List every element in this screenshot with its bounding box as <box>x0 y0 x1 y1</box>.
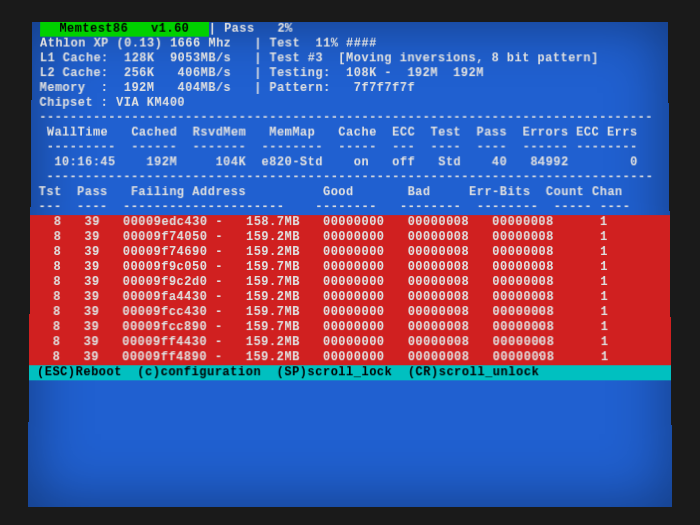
pattern-info: | Pattern: 7f7f7f7f <box>254 81 415 95</box>
error-row: 8 39 00009f9c2d0 - 159.7MB 00000000 0000… <box>30 275 671 290</box>
separator: ----------------------------------------… <box>31 170 670 185</box>
test-desc: | Test #3 [Moving inversions, 8 bit patt… <box>254 51 599 65</box>
footer-commands[interactable]: (ESC)Reboot (c)configuration (SP)scroll_… <box>29 365 671 380</box>
l2-cache: L2 Cache: 256K 406MB/s <box>40 66 232 80</box>
l2-row: L2 Cache: 256K 406MB/s | Testing: 108K -… <box>32 66 669 81</box>
error-header: Tst Pass Failing Address Good Bad Err-Bi… <box>31 185 670 200</box>
stats-values: 10:16:45 192M 104K e820-Std on off Std 4… <box>31 155 669 170</box>
memtest-screen: Memtest86 v1.60 | Pass 2% Athlon XP (0.1… <box>28 22 673 507</box>
l1-row: L1 Cache: 128K 9053MB/s | Test #3 [Movin… <box>32 51 668 66</box>
error-row: 8 39 00009fa4430 - 159.2MB 00000000 0000… <box>30 290 671 305</box>
error-row: 8 39 00009f9c050 - 159.7MB 00000000 0000… <box>30 260 670 275</box>
chipset-info: Chipset : VIA KM400 <box>39 96 185 110</box>
memory-info: Memory : 192M 404MB/s <box>40 81 232 95</box>
error-row: 8 39 00009f74050 - 159.2MB 00000000 0000… <box>30 230 670 245</box>
testing-range: | Testing: 108K - 192M 192M <box>254 66 484 80</box>
separator: ----------------------------------------… <box>31 111 668 126</box>
error-list: 8 39 00009edc430 - 158.7MB 00000000 0000… <box>29 215 671 365</box>
test-progress: | Test 11% #### <box>254 37 376 51</box>
mem-row: Memory : 192M 404MB/s | Pattern: 7f7f7f7… <box>32 81 669 96</box>
cpu-info: Athlon XP (0.13) 1666 Mhz <box>40 37 231 51</box>
error-row: 8 39 00009f74690 - 159.2MB 00000000 0000… <box>30 245 670 260</box>
l1-cache: L1 Cache: 128K 9053MB/s <box>40 51 231 65</box>
cpu-row: Athlon XP (0.13) 1666 Mhz | Test 11% ###… <box>32 37 668 52</box>
pass-progress: | Pass 2% <box>209 22 293 36</box>
error-row: 8 39 00009ff4430 - 159.2MB 00000000 0000… <box>29 335 671 350</box>
app-title: Memtest86 v1.60 <box>40 22 209 37</box>
error-row: 8 39 00009ff4890 - 159.2MB 00000000 0000… <box>29 350 671 365</box>
error-row: 8 39 00009edc430 - 158.7MB 00000000 0000… <box>30 215 669 230</box>
chipset-row: Chipset : VIA KM400 <box>31 96 668 111</box>
error-row: 8 39 00009fcc430 - 159.7MB 00000000 0000… <box>29 305 670 320</box>
separator: --------- ------ ------- -------- ----- … <box>31 141 669 156</box>
separator: --- ---- --------------------- -------- … <box>30 200 669 215</box>
header-row: Memtest86 v1.60 | Pass 2% <box>32 22 668 37</box>
error-row: 8 39 00009fcc890 - 159.7MB 00000000 0000… <box>29 320 670 335</box>
stats-header: WallTime Cached RsvdMem MemMap Cache ECC… <box>31 126 669 141</box>
